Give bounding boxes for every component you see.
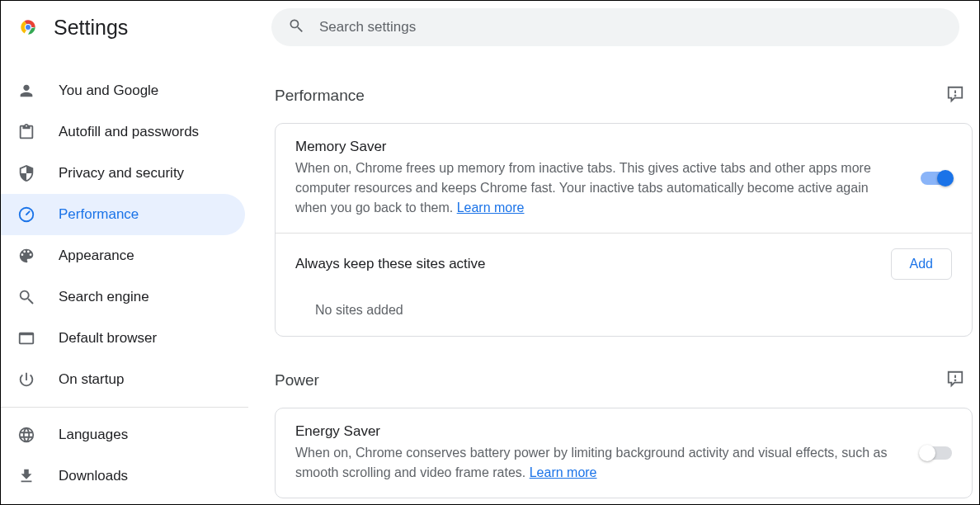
sidebar-item-label: Privacy and security: [59, 165, 184, 182]
always-active-row: Always keep these sites active Add: [276, 233, 972, 295]
search-bar[interactable]: [271, 8, 959, 46]
no-sites-added: No sites added: [276, 295, 972, 336]
page-title: Settings: [54, 16, 128, 40]
sidebar-item-label: You and Google: [59, 83, 158, 99]
feedback-icon[interactable]: [946, 85, 964, 106]
search-icon: [17, 288, 35, 306]
shield-icon: [17, 164, 35, 182]
sidebar-item-default-browser[interactable]: Default browser: [1, 318, 245, 359]
sidebar-item-label: Downloads: [59, 468, 128, 484]
energy-saver-toggle[interactable]: [921, 446, 952, 460]
sidebar-item-you-and-google[interactable]: You and Google: [1, 70, 245, 111]
sidebar-item-privacy[interactable]: Privacy and security: [1, 153, 245, 194]
sidebar-item-label: Languages: [59, 427, 128, 443]
sidebar-item-on-startup[interactable]: On startup: [1, 359, 245, 400]
memory-saver-desc: When on, Chrome frees up memory from ina…: [295, 158, 901, 218]
energy-saver-title: Energy Saver: [295, 423, 901, 440]
feedback-icon[interactable]: [946, 370, 964, 391]
sidebar-item-label: On startup: [59, 371, 124, 388]
sidebar: You and Google Autofill and passwords Pr…: [1, 54, 248, 504]
svg-point-5: [955, 95, 956, 96]
search-icon: [288, 17, 304, 37]
memory-saver-title: Memory Saver: [295, 139, 901, 155]
always-active-title: Always keep these sites active: [295, 256, 871, 272]
sidebar-item-performance[interactable]: Performance: [1, 194, 245, 235]
search-input[interactable]: [319, 19, 943, 35]
section-title-performance: Performance: [275, 87, 365, 105]
section-title-power: Power: [275, 371, 319, 389]
sidebar-item-downloads[interactable]: Downloads: [1, 455, 245, 497]
sidebar-divider: [1, 407, 248, 408]
sidebar-item-label: Search engine: [59, 289, 149, 305]
sidebar-item-appearance[interactable]: Appearance: [1, 235, 245, 276]
sidebar-item-label: Default browser: [59, 330, 157, 347]
performance-card: Memory Saver When on, Chrome frees up me…: [275, 123, 973, 337]
clipboard-icon: [17, 123, 35, 141]
sidebar-item-autofill[interactable]: Autofill and passwords: [1, 111, 245, 153]
sidebar-item-languages[interactable]: Languages: [1, 414, 245, 455]
power-card: Energy Saver When on, Chrome conserves b…: [275, 408, 973, 498]
add-site-button[interactable]: Add: [891, 248, 952, 280]
energy-saver-desc: When on, Chrome conserves battery power …: [295, 443, 901, 483]
energy-saver-row: Energy Saver When on, Chrome conserves b…: [276, 408, 972, 498]
speedometer-icon: [17, 205, 35, 224]
palette-icon: [17, 247, 35, 265]
svg-point-7: [955, 380, 956, 380]
power-icon: [17, 370, 35, 389]
sidebar-item-label: Appearance: [59, 248, 134, 264]
person-icon: [17, 82, 35, 100]
browser-icon: [17, 329, 35, 347]
sidebar-item-label: Autofill and passwords: [59, 124, 199, 140]
download-icon: [17, 467, 35, 485]
memory-saver-learn-more[interactable]: Learn more: [457, 201, 525, 215]
main-content: Performance Memory Saver When on, Chrome…: [248, 54, 979, 504]
energy-saver-learn-more[interactable]: Learn more: [530, 465, 597, 479]
sidebar-item-label: Performance: [59, 206, 139, 223]
memory-saver-row: Memory Saver When on, Chrome frees up me…: [276, 124, 972, 233]
chrome-logo-icon: [17, 17, 39, 38]
globe-icon: [17, 426, 35, 444]
sidebar-item-search-engine[interactable]: Search engine: [1, 276, 245, 318]
memory-saver-toggle[interactable]: [921, 172, 952, 185]
topbar: Settings: [1, 1, 979, 54]
